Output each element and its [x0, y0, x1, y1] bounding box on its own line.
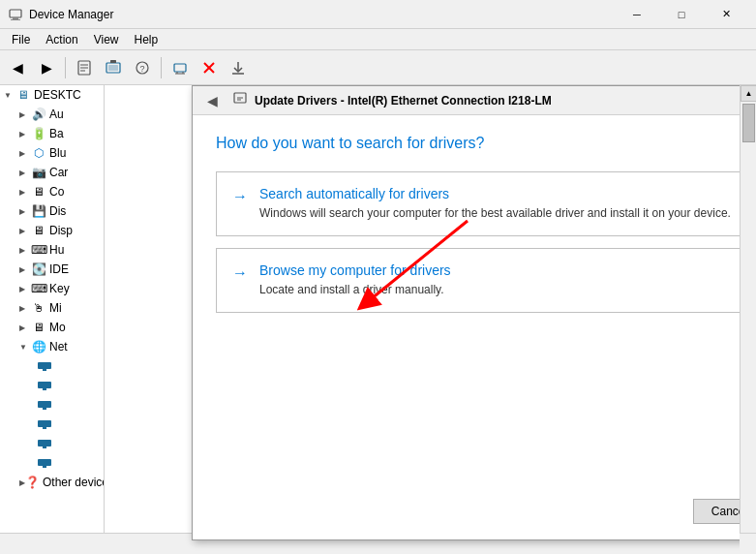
- scroll-thumb[interactable]: [742, 104, 755, 142]
- svg-rect-8: [108, 65, 118, 71]
- svg-rect-27: [38, 440, 51, 446]
- tree-network-device-4[interactable]: [0, 415, 104, 434]
- option-1-desc: Windows will search your computer for th…: [259, 205, 740, 222]
- tree-network-device-5[interactable]: [0, 434, 104, 453]
- option-1-text: Search automatically for drivers Windows…: [259, 186, 740, 222]
- hid-icon: ⌨: [31, 242, 46, 258]
- forward-button[interactable]: ▶: [33, 54, 60, 81]
- computer-icon: 🖥: [15, 87, 31, 103]
- svg-rect-22: [43, 388, 46, 390]
- tree-network-device-6[interactable]: [0, 453, 104, 473]
- minimize-button[interactable]: ─: [615, 0, 659, 29]
- menu-action[interactable]: Action: [38, 31, 85, 48]
- toolbar: ◀ ▶ ?: [0, 50, 756, 85]
- arrow: ▶: [19, 265, 31, 274]
- battery-label: Ba: [49, 127, 64, 140]
- tree-root[interactable]: ▼ 🖥 DESKTC: [0, 85, 104, 105]
- close-button[interactable]: ✕: [704, 0, 748, 29]
- bluetooth-icon: ⬡: [31, 145, 46, 161]
- menu-view[interactable]: View: [86, 31, 127, 48]
- arrow: ▶: [19, 207, 31, 216]
- tree-item-computer[interactable]: ▶ 🖥 Co: [0, 182, 104, 201]
- scroll-track: [741, 102, 756, 538]
- audio-label: Au: [49, 108, 64, 121]
- svg-rect-19: [38, 362, 51, 369]
- arrow: ▶: [19, 227, 31, 235]
- tree-item-battery[interactable]: ▶ 🔋 Ba: [0, 124, 104, 143]
- hid-label: Hu: [49, 243, 64, 257]
- tree-item-network[interactable]: ▼ 🌐 Net: [0, 337, 104, 356]
- browse-computer-option[interactable]: → Browse my computer for drivers Locate …: [216, 248, 740, 313]
- arrow: ▶: [19, 130, 31, 138]
- download-button[interactable]: [225, 54, 252, 81]
- tree-item-other[interactable]: ▶ ❓ Other devices: [0, 473, 104, 492]
- tree-item-keyboard[interactable]: ▶ ⌨ Key: [0, 279, 104, 298]
- net-device-icon: [37, 358, 52, 374]
- arrow: ▶: [19, 304, 31, 313]
- tree-network-device-1[interactable]: [0, 356, 104, 376]
- cancel-button[interactable]: Cancel: [693, 499, 740, 524]
- dialog-header-icon: [233, 92, 247, 108]
- dialog-back-button[interactable]: ◀: [200, 89, 224, 112]
- tree-item-display[interactable]: ▶ 🖥 Disp: [0, 221, 104, 240]
- scan-button[interactable]: [100, 54, 127, 81]
- disk-label: Dis: [49, 204, 66, 218]
- tree-item-monitors[interactable]: ▶ 🖥 Mo: [0, 318, 104, 337]
- menu-file[interactable]: File: [4, 31, 38, 48]
- svg-rect-25: [38, 420, 51, 427]
- properties-button[interactable]: [71, 54, 98, 81]
- svg-rect-29: [38, 459, 51, 466]
- arrow: ▶: [19, 246, 31, 255]
- tree-item-mice[interactable]: ▶ 🖱 Mi: [0, 298, 104, 318]
- arrow: ▼: [19, 343, 31, 352]
- camera-icon: 📷: [31, 165, 46, 180]
- ide-label: IDE: [49, 262, 69, 276]
- menu-help[interactable]: Help: [127, 31, 166, 48]
- display-label: Disp: [49, 224, 73, 237]
- camera-label: Car: [49, 166, 68, 179]
- ide-icon: 💽: [31, 262, 46, 277]
- svg-rect-2: [11, 19, 20, 20]
- title-bar: Device Manager ─ □ ✕: [0, 0, 756, 29]
- tree-network-device-3[interactable]: [0, 395, 104, 415]
- root-label: DESKTC: [34, 88, 81, 102]
- net-device-icon: [37, 455, 52, 471]
- audio-icon: 🔊: [31, 107, 46, 122]
- net-device-icon: [37, 397, 52, 413]
- keyboard-label: Key: [49, 282, 70, 295]
- display-icon: 🖥: [31, 223, 46, 238]
- option-2-title: Browse my computer for drivers: [259, 262, 740, 278]
- tree-network-device-2[interactable]: [0, 376, 104, 395]
- uninstall-button[interactable]: [196, 54, 223, 81]
- back-button[interactable]: ◀: [4, 54, 31, 81]
- tree-item-bluetooth[interactable]: ▶ ⬡ Blu: [0, 143, 104, 163]
- help-button[interactable]: ?: [129, 54, 156, 81]
- svg-text:?: ?: [139, 64, 144, 74]
- search-automatically-option[interactable]: → Search automatically for drivers Windo…: [216, 171, 740, 236]
- monitor-icon: 🖥: [31, 320, 46, 335]
- svg-rect-12: [174, 64, 186, 72]
- net-device-icon: [37, 416, 52, 432]
- dialog-footer: Cancel: [693, 499, 740, 524]
- svg-rect-0: [10, 10, 21, 17]
- arrow: ▶: [19, 169, 31, 177]
- arrow: ▶: [19, 285, 31, 293]
- network-button[interactable]: [166, 54, 194, 81]
- maximize-button[interactable]: □: [659, 0, 704, 29]
- other-label: Other devices: [43, 476, 105, 489]
- tree-item-disk[interactable]: ▶ 💾 Dis: [0, 201, 104, 221]
- tree-item-hid[interactable]: ▶ ⌨ Hu: [0, 240, 104, 260]
- tree-item-ide[interactable]: ▶ 💽 IDE: [0, 260, 104, 279]
- svg-rect-24: [43, 408, 46, 410]
- battery-icon: 🔋: [31, 126, 46, 141]
- option-2-text: Browse my computer for drivers Locate an…: [259, 262, 740, 298]
- option-1-title: Search automatically for drivers: [259, 186, 740, 201]
- net-device-icon: [37, 436, 52, 451]
- scroll-up-button[interactable]: ▲: [741, 85, 756, 102]
- svg-rect-28: [43, 446, 46, 448]
- keyboard-icon: ⌨: [31, 281, 46, 296]
- tree-item-camera[interactable]: ▶ 📷 Car: [0, 163, 104, 182]
- tree-item-audio[interactable]: ▶ 🔊 Au: [0, 105, 104, 124]
- option-arrow-2: →: [232, 264, 248, 282]
- svg-rect-21: [38, 382, 51, 388]
